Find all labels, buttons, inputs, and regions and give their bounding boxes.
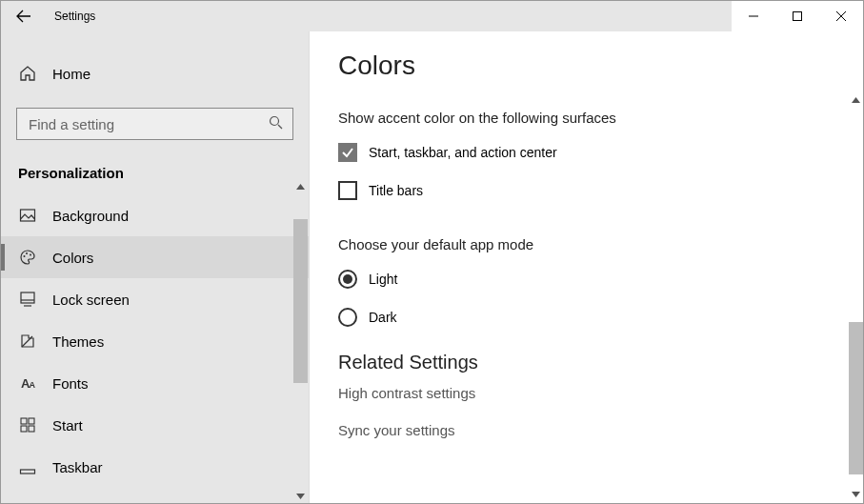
close-button[interactable]: [819, 1, 863, 31]
home-icon: [18, 64, 37, 83]
related-heading: Related Settings: [338, 352, 834, 373]
back-button[interactable]: [1, 1, 47, 31]
svg-rect-2: [21, 210, 35, 221]
radio-icon: [338, 270, 357, 289]
checkbox-label: Start, taskbar, and action center: [369, 145, 557, 160]
sidebar-item-label: Themes: [52, 333, 104, 350]
accent-subhead: Show accent color on the following surfa…: [338, 110, 834, 126]
sidebar-item-home[interactable]: Home: [1, 52, 309, 94]
sidebar-item-label: Lock screen: [52, 292, 130, 308]
svg-rect-8: [29, 418, 34, 424]
titlebar: Settings: [1, 1, 863, 31]
checkbox-icon: [338, 143, 357, 162]
scroll-thumb[interactable]: [293, 219, 308, 383]
search-field[interactable]: [27, 115, 269, 133]
start-icon: [18, 415, 37, 434]
radio-dark[interactable]: Dark: [338, 308, 834, 327]
sidebar-item-fonts[interactable]: AA Fonts: [1, 362, 309, 404]
sidebar-item-taskbar[interactable]: Taskbar: [1, 446, 309, 488]
sidebar-item-label: Colors: [52, 250, 93, 266]
svg-rect-6: [21, 292, 34, 303]
scroll-down-icon[interactable]: [293, 489, 308, 503]
back-arrow-icon: [16, 9, 31, 24]
link-high-contrast[interactable]: High contrast settings: [338, 385, 834, 401]
minimize-icon: [749, 11, 758, 21]
taskbar-icon: [18, 457, 37, 476]
sidebar-item-label: Background: [52, 208, 129, 224]
sidebar-item-label: Home: [52, 66, 90, 82]
radio-light[interactable]: Light: [338, 270, 834, 289]
svg-point-3: [24, 255, 26, 257]
svg-rect-10: [29, 426, 34, 432]
sidebar-item-lockscreen[interactable]: Lock screen: [1, 278, 309, 320]
link-sync-settings[interactable]: Sync your settings: [338, 422, 834, 438]
radio-icon: [338, 308, 357, 327]
scroll-up-icon[interactable]: [849, 92, 863, 107]
radio-label: Dark: [369, 310, 397, 325]
maximize-button[interactable]: [775, 1, 819, 31]
sidebar-item-colors[interactable]: Colors: [1, 236, 309, 278]
content-area: Colors Show accent color on the followin…: [310, 31, 863, 503]
checkbox-start-taskbar[interactable]: Start, taskbar, and action center: [338, 143, 834, 162]
maximize-icon: [793, 11, 802, 21]
sidebar: Home Personalization Background Colors: [1, 31, 310, 503]
sidebar-item-label: Start: [52, 417, 83, 433]
svg-point-4: [26, 252, 28, 254]
sidebar-item-background[interactable]: Background: [1, 194, 309, 236]
svg-rect-9: [21, 426, 27, 432]
window-title: Settings: [54, 10, 95, 23]
sidebar-item-label: Taskbar: [52, 459, 103, 475]
sidebar-category: Personalization: [1, 157, 309, 194]
checkbox-label: Title bars: [369, 183, 423, 198]
search-input[interactable]: [16, 108, 293, 140]
checkbox-title-bars[interactable]: Title bars: [338, 181, 834, 200]
scroll-down-icon[interactable]: [849, 487, 863, 501]
picture-icon: [18, 206, 37, 225]
palette-icon: [18, 248, 37, 267]
svg-rect-0: [794, 12, 802, 21]
svg-rect-11: [21, 470, 35, 474]
content-scrollbar[interactable]: [849, 322, 863, 474]
radio-label: Light: [369, 272, 397, 287]
minimize-button[interactable]: [732, 1, 775, 31]
sidebar-item-themes[interactable]: Themes: [1, 320, 309, 362]
sidebar-item-label: Fonts: [52, 375, 89, 392]
sidebar-scrollbar[interactable]: [293, 179, 308, 503]
appmode-subhead: Choose your default app mode: [338, 236, 834, 252]
svg-point-5: [30, 254, 31, 256]
scroll-up-icon[interactable]: [293, 179, 308, 193]
sidebar-item-start[interactable]: Start: [1, 404, 309, 446]
svg-point-1: [271, 117, 279, 126]
fonts-icon: AA: [18, 373, 37, 393]
close-icon: [836, 11, 846, 21]
checkbox-icon: [338, 181, 357, 200]
search-icon: [269, 115, 283, 132]
lockscreen-icon: [18, 290, 37, 309]
themes-icon: [18, 332, 37, 351]
page-title: Colors: [338, 50, 834, 81]
svg-rect-7: [21, 418, 27, 424]
